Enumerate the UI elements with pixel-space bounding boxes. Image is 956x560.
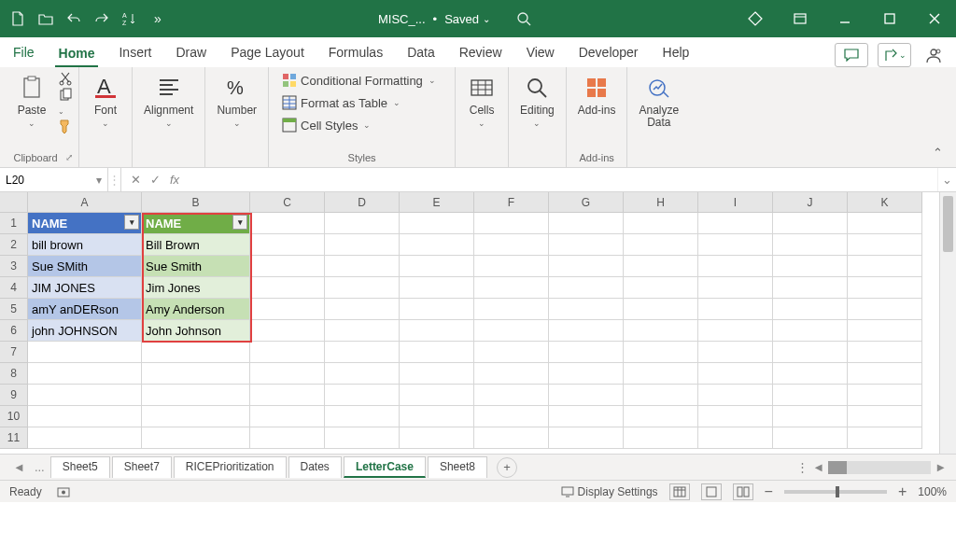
sheet-tab[interactable]: Sheet5 [50,456,110,478]
page-layout-view-icon[interactable] [701,483,722,500]
cell[interactable] [325,363,400,385]
cell[interactable] [549,234,624,256]
cell[interactable] [250,363,325,385]
zoom-out-icon[interactable]: − [765,483,773,500]
cell[interactable] [698,320,773,342]
account-icon[interactable] [921,46,947,64]
format-painter-icon[interactable] [58,119,73,133]
cell[interactable] [325,234,400,256]
row-header[interactable]: 1 [0,213,28,234]
format-as-table-button[interactable]: Format as Table ⌄ [278,93,404,112]
save-status[interactable]: Saved ⌄ [444,12,490,26]
cell[interactable] [698,427,773,449]
add-sheet-button[interactable]: + [497,457,517,478]
cell[interactable] [624,427,698,449]
cell[interactable] [848,299,922,320]
accept-formula-icon[interactable]: ✓ [150,173,161,187]
cell[interactable] [549,213,624,234]
cell[interactable]: Bill Brown [142,234,250,256]
cell[interactable] [624,256,698,277]
cell[interactable] [773,320,848,342]
zoom-level[interactable]: 100% [918,485,947,498]
redo-icon[interactable] [91,8,112,29]
row-header[interactable]: 6 [0,320,28,342]
cell[interactable] [698,213,773,234]
zoom-slider[interactable] [784,490,887,494]
cell[interactable] [773,277,848,299]
cell[interactable] [848,406,922,427]
cell[interactable] [474,363,549,385]
cell[interactable] [325,342,400,363]
cell[interactable] [848,363,922,385]
cell[interactable]: amY anDERson [28,299,142,320]
conditional-formatting-button[interactable]: Conditional Formatting ⌄ [278,71,440,90]
cell[interactable] [624,363,698,385]
tab-formulas[interactable]: Formulas [325,39,387,67]
cell[interactable]: Sue SMith [28,256,142,277]
cell[interactable] [250,234,325,256]
cell[interactable] [549,385,624,406]
formula-input[interactable] [189,168,937,191]
cell[interactable] [773,406,848,427]
column-header[interactable]: D [325,192,400,213]
cell[interactable] [325,299,400,320]
cell[interactable] [474,342,549,363]
cell[interactable] [848,256,922,277]
cell[interactable] [250,277,325,299]
cell[interactable] [698,342,773,363]
cell[interactable]: Jim Jones [142,277,250,299]
cell[interactable] [624,320,698,342]
cell[interactable] [142,427,250,449]
cell[interactable] [549,342,624,363]
tab-data[interactable]: Data [403,39,439,67]
tab-view[interactable]: View [523,39,558,67]
cell[interactable] [474,213,549,234]
cell[interactable] [848,342,922,363]
cell[interactable]: bill brown [28,234,142,256]
row-header[interactable]: 8 [0,363,28,385]
collapse-ribbon-icon[interactable]: ⌃ [920,138,956,167]
column-header[interactable]: K [848,192,922,213]
cut-icon[interactable] [58,71,73,86]
cell[interactable] [549,406,624,427]
cell[interactable] [474,256,549,277]
vertical-scrollbar[interactable] [939,192,956,454]
page-break-view-icon[interactable] [733,483,753,500]
sheet-tab[interactable]: Sheet8 [428,456,487,478]
cell[interactable] [474,385,549,406]
cell[interactable] [250,406,325,427]
cell[interactable] [848,234,922,256]
cell[interactable] [848,320,922,342]
cell[interactable] [325,320,400,342]
row-header[interactable]: 9 [0,385,28,406]
normal-view-icon[interactable] [669,483,690,500]
cell[interactable] [28,406,142,427]
cell[interactable] [698,299,773,320]
cell[interactable] [773,213,848,234]
cell[interactable] [250,427,325,449]
cell[interactable]: john JOHNSON [28,320,142,342]
tab-review[interactable]: Review [456,39,506,67]
cell[interactable] [400,256,474,277]
cell[interactable] [28,363,142,385]
cell[interactable]: NAME▾ [28,213,142,234]
cell[interactable] [848,277,922,299]
cell[interactable] [624,406,698,427]
filter-button[interactable]: ▾ [232,215,247,230]
cells-button[interactable]: Cells ⌄ [461,71,502,130]
column-header[interactable]: C [250,192,325,213]
filter-button[interactable]: ▾ [124,215,139,230]
cell[interactable] [400,385,474,406]
cell[interactable] [624,277,698,299]
cell[interactable] [773,363,848,385]
name-box[interactable]: L20 ▾ [0,168,108,191]
cell[interactable] [250,213,325,234]
row-header[interactable]: 3 [0,256,28,277]
name-box-resize[interactable]: ⋮ [108,168,121,191]
sheet-tab[interactable]: LetterCase [344,456,426,478]
copy-icon[interactable]: ⌄ [58,88,73,117]
cell[interactable] [848,427,922,449]
column-header[interactable]: J [773,192,848,213]
cell[interactable] [400,342,474,363]
cell[interactable] [250,385,325,406]
